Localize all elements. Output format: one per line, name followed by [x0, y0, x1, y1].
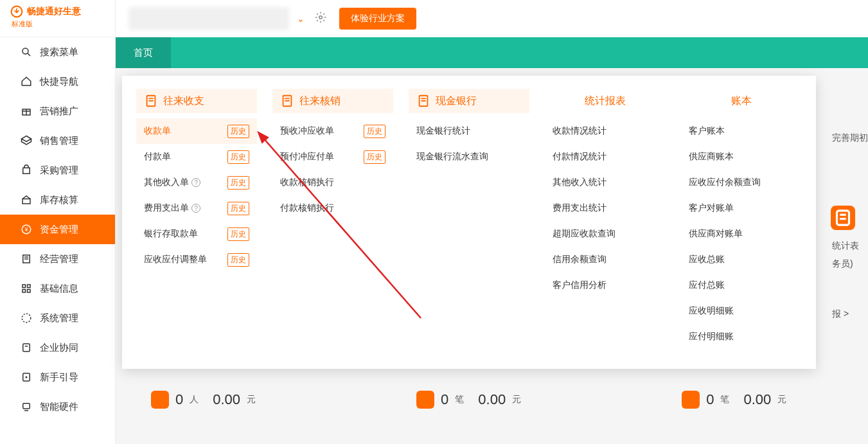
menu-label: 客户账本 — [689, 125, 725, 137]
menu-item[interactable]: 费用支出单?历史 — [136, 195, 257, 221]
nav-item-12[interactable]: 智能硬件 — [0, 392, 115, 422]
mega-column-4: 账本客户账本供应商账本应收应付余额查询客户对账单供应商对账单应收总账应付总账应收… — [673, 89, 810, 350]
nav-item-9[interactable]: 系统管理 — [0, 303, 115, 333]
history-badge[interactable]: 历史 — [227, 150, 249, 164]
gear-icon[interactable] — [315, 12, 326, 26]
menu-item[interactable]: 付款核销执行 — [272, 195, 393, 221]
menu-item[interactable]: 费用支出统计 — [545, 195, 666, 221]
menu-item[interactable]: 收款情况统计 — [545, 118, 666, 144]
svg-rect-6 — [23, 168, 30, 173]
svg-rect-18 — [23, 344, 30, 351]
history-badge[interactable]: 历史 — [227, 125, 249, 138]
menu-label: 供应商对账单 — [689, 228, 743, 240]
money-icon: ¥ — [21, 224, 32, 235]
history-badge[interactable]: 历史 — [227, 176, 249, 190]
home-icon — [21, 76, 32, 87]
menu-item[interactable]: 预付冲应付单历史 — [272, 144, 393, 170]
cta-button[interactable]: 体验行业方案 — [339, 8, 416, 30]
history-badge[interactable]: 历史 — [227, 202, 249, 215]
menu-item[interactable]: 供应商对账单 — [681, 221, 802, 247]
menu-label: 应付明细账 — [689, 331, 734, 342]
nav-label: 企业协同 — [40, 342, 78, 354]
help-icon[interactable]: ? — [191, 178, 200, 187]
nav-label: 库存核算 — [40, 194, 78, 206]
nav-item-11[interactable]: 新手引导 — [0, 362, 115, 392]
menu-label: 应收明细账 — [689, 305, 734, 317]
menu-item[interactable]: 付款情况统计 — [545, 144, 666, 170]
topbar: ⌄ 体验行业方案 — [116, 0, 868, 37]
help-icon[interactable]: ? — [191, 204, 200, 213]
nav-item-4[interactable]: 采购管理 — [0, 155, 115, 185]
nav-item-2[interactable]: 营销推广 — [0, 96, 115, 126]
stat-amount: 0.00 — [213, 391, 240, 408]
brand-edition: 标准版 — [12, 19, 105, 29]
nav-item-3[interactable]: 销售管理 — [0, 126, 115, 155]
menu-label: 超期应收款查询 — [553, 228, 616, 240]
stat-amount: 0.00 — [743, 391, 771, 408]
menu-item[interactable]: 应收应付调整单历史 — [136, 247, 257, 272]
menu-item[interactable]: 收款单历史 — [136, 118, 257, 144]
menu-item[interactable]: 收款核销执行 — [272, 170, 393, 195]
nav-item-0[interactable]: 搜索菜单 — [0, 37, 115, 67]
menu-item[interactable]: 银行存取款单历史 — [136, 221, 257, 247]
nav-item-1[interactable]: 快捷导航 — [0, 67, 115, 96]
nav-item-5[interactable]: 库存核算 — [0, 185, 115, 215]
menu-item[interactable]: 预收冲应收单历史 — [272, 118, 393, 144]
menu-item[interactable]: 应收明细账 — [681, 298, 802, 324]
tab-home[interactable]: 首页 — [116, 37, 171, 68]
nav-label: 销售管理 — [40, 135, 78, 147]
menu-item[interactable]: 客户账本 — [681, 118, 802, 144]
menu-label: 现金银行统计 — [416, 125, 470, 137]
menu-item[interactable]: 信用余额查询 — [545, 247, 666, 272]
nav-item-8[interactable]: 基础信息 — [0, 274, 115, 303]
menu-item[interactable]: 超期应收款查询 — [545, 221, 666, 247]
menu-item[interactable]: 其他收入统计 — [545, 170, 666, 195]
menu-item[interactable]: 其他收入单?历史 — [136, 170, 257, 195]
guide-icon — [21, 371, 32, 383]
stat-2: 0笔0.00元 — [682, 391, 786, 409]
menu-item[interactable]: 现金银行流水查询 — [409, 144, 529, 170]
side-widget-icon[interactable] — [831, 206, 855, 230]
org-selector[interactable] — [128, 7, 289, 30]
brand-name: 畅捷通好生意 — [27, 6, 81, 17]
sidebar: 畅捷通好生意 标准版 搜索菜单快捷导航营销推广销售管理采购管理库存核算¥资金管理… — [0, 0, 116, 444]
menu-item[interactable]: 应收总账 — [681, 247, 802, 272]
menu-label: 收款情况统计 — [553, 125, 607, 137]
svg-point-21 — [26, 377, 28, 378]
manage-icon — [21, 253, 32, 265]
stat-count: 0 — [706, 391, 714, 408]
history-badge[interactable]: 历史 — [364, 125, 385, 138]
menu-item[interactable]: 现金银行统计 — [409, 118, 529, 144]
menu-item[interactable]: 客户信用分析 — [545, 272, 666, 298]
doc-icon — [416, 94, 430, 108]
menu-item[interactable]: 付款单历史 — [136, 144, 257, 170]
nav-item-6[interactable]: ¥资金管理 — [0, 215, 115, 244]
menu-item[interactable]: 供应商账本 — [681, 144, 802, 170]
main-area: ⌄ 体验行业方案 首页 — [116, 0, 868, 68]
search-icon — [21, 46, 32, 58]
history-badge[interactable]: 历史 — [364, 150, 385, 164]
nav-label: 搜索菜单 — [40, 46, 78, 58]
nav-item-7[interactable]: 经营管理 — [0, 244, 115, 274]
stock-icon — [21, 194, 32, 206]
mega-header: 现金银行 — [409, 89, 529, 113]
menu-label: 预收冲应收单 — [280, 125, 334, 137]
menu-item[interactable]: 应付总账 — [681, 272, 802, 298]
gift-icon — [21, 105, 32, 117]
sale-icon — [21, 135, 32, 147]
stat-amount: 0.00 — [478, 391, 506, 408]
menu-label: 应收应付余额查询 — [689, 177, 761, 188]
nav-item-10[interactable]: 企业协同 — [0, 333, 115, 362]
history-badge[interactable]: 历史 — [227, 227, 249, 241]
org-caret-icon[interactable]: ⌄ — [297, 13, 305, 24]
menu-label: 付款核销执行 — [280, 202, 334, 214]
svg-point-17 — [22, 314, 31, 323]
menu-item[interactable]: 应付明细账 — [681, 324, 802, 350]
brand-logo-icon — [10, 5, 23, 18]
menu-item[interactable]: 应收应付余额查询 — [681, 170, 802, 195]
collab-icon — [21, 342, 32, 353]
menu-item[interactable]: 客户对账单 — [681, 195, 802, 221]
logo-area: 畅捷通好生意 标准版 — [0, 0, 115, 37]
menu-label: 供应商账本 — [689, 151, 734, 163]
history-badge[interactable]: 历史 — [227, 253, 249, 267]
